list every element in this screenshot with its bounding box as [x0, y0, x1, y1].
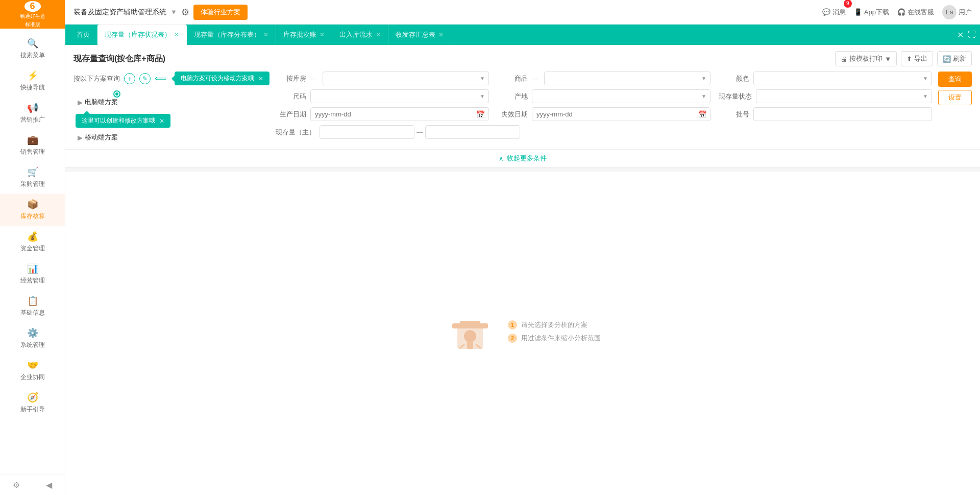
- tab-batch-account[interactable]: 库存批次账 ✕: [276, 25, 332, 45]
- export-label: 导出: [914, 54, 927, 63]
- sidebar-item-marketing[interactable]: 📢 营销推广: [0, 97, 65, 129]
- warehouse-select[interactable]: [323, 72, 489, 85]
- service-icon: 🎧: [897, 8, 905, 16]
- scheme-tooltip-close[interactable]: ✕: [258, 75, 263, 82]
- stock-status-select[interactable]: [756, 89, 932, 103]
- empty-illustration: [445, 308, 496, 359]
- sidebar-item-enterprise[interactable]: 🤝 企业协同: [0, 355, 65, 387]
- step2-text: 用过滤条件来缩小分析范围: [521, 334, 601, 343]
- prod-date-input[interactable]: [310, 107, 489, 121]
- sidebar-item-purchase[interactable]: 🛒 采购管理: [0, 161, 65, 194]
- tab-stock-status[interactable]: 现存量（库存状况表） ✕: [97, 25, 187, 45]
- filter-row-3: 生产日期 📅 失效日期 📅: [276, 107, 932, 121]
- batch-input[interactable]: [753, 107, 932, 121]
- export-button[interactable]: ⬆ 导出: [901, 51, 933, 66]
- industry-button[interactable]: 体验行业方案: [193, 5, 248, 20]
- tab-close-batch[interactable]: ✕: [320, 31, 325, 38]
- stock-status-label: 现存量状态: [719, 92, 752, 101]
- add-scheme-button[interactable]: +: [124, 73, 135, 84]
- expand-arrow-icon: ▶: [78, 99, 83, 106]
- sidebar-item-sales[interactable]: 💼 销售管理: [0, 129, 65, 161]
- stock-qty-to-input[interactable]: [425, 125, 520, 139]
- sidebar-item-search[interactable]: 🔍 搜索菜单: [0, 33, 65, 65]
- tab-close-summary[interactable]: ✕: [438, 31, 444, 38]
- header-settings-icon[interactable]: ⚙: [181, 7, 189, 18]
- sidebar-item-system[interactable]: ⚙️ 系统管理: [0, 322, 65, 355]
- create-tooltip-close[interactable]: ✕: [159, 117, 164, 125]
- color-filter: 颜色 ▼: [719, 72, 932, 85]
- system-dropdown-icon[interactable]: ▼: [170, 8, 177, 16]
- goods-dots[interactable]: ···: [532, 75, 540, 82]
- refresh-button[interactable]: 🔄 刷新: [937, 51, 972, 66]
- stock-qty-from-input[interactable]: [320, 125, 414, 139]
- settings-bottom-icon[interactable]: ⚙: [13, 480, 20, 490]
- origin-select[interactable]: [532, 89, 710, 103]
- step1-text: 请先选择要分析的方案: [521, 320, 587, 329]
- sidebar-item-basic-info[interactable]: 📋 基础信息: [0, 290, 65, 322]
- warehouse-dots[interactable]: ···: [310, 75, 318, 82]
- sales-icon: 💼: [27, 134, 38, 146]
- goods-select[interactable]: [544, 72, 710, 85]
- sidebar-item-label: 基础信息: [20, 309, 45, 317]
- sidebar-item-quicknav[interactable]: ⚡ 快捷导航: [0, 65, 65, 97]
- scheme-mobile-item[interactable]: ▶ 移动端方案: [74, 132, 270, 143]
- size-select[interactable]: [310, 89, 489, 103]
- tab-close-inout[interactable]: ✕: [376, 31, 381, 38]
- finance-icon: 💰: [27, 231, 38, 242]
- refresh-label: 刷新: [953, 54, 966, 63]
- back-arrow-icon[interactable]: ⟸: [155, 74, 166, 83]
- scheme-controls: 按以下方案查询 + ✎ ⟸ 电脑方案可设为移动方案哦 ✕: [74, 72, 270, 143]
- filter-top-row: 按以下方案查询 + ✎ ⟸ 电脑方案可设为移动方案哦 ✕: [74, 72, 270, 85]
- set-button[interactable]: 设置: [938, 90, 972, 105]
- search-button[interactable]: 查询: [938, 72, 972, 87]
- collapse-sidebar-icon[interactable]: ◀: [46, 480, 52, 490]
- tab-inout-flow[interactable]: 出入库流水 ✕: [332, 25, 388, 45]
- print-icon: 🖨: [841, 55, 847, 63]
- goods-filter: 商品 ··· ▼: [497, 72, 710, 85]
- expire-date-input[interactable]: [532, 107, 710, 121]
- app-download-item[interactable]: 📱 App下载: [854, 8, 889, 17]
- step2-circle: 2: [508, 334, 517, 343]
- message-item[interactable]: 💬 消息 9: [822, 8, 846, 17]
- tab-close-stock-dist[interactable]: ✕: [263, 31, 268, 38]
- mobile-expand-arrow-icon: ▶: [78, 134, 83, 142]
- svg-rect-2: [460, 321, 480, 326]
- color-select[interactable]: [753, 72, 932, 85]
- system-icon: ⚙️: [27, 327, 38, 339]
- export-icon: ⬆: [906, 55, 912, 63]
- scheme-pc-item[interactable]: ▶ 电脑端方案: [74, 97, 270, 108]
- purchase-icon: 🛒: [27, 167, 38, 178]
- tab-batch-account-label: 库存批次账: [283, 30, 316, 39]
- print-button[interactable]: 🖨 按模板打印 ▼: [835, 51, 897, 66]
- quicknav-icon: ⚡: [27, 70, 38, 81]
- sidebar-item-inventory[interactable]: 📦 库存核算: [0, 194, 65, 226]
- collapse-bar[interactable]: ∧ 收起更多条件: [65, 150, 980, 168]
- filter-fields-area: 按库房 ··· ▼ 商品 ··· ▼: [276, 72, 932, 139]
- collapse-up-icon: ∧: [499, 155, 504, 162]
- sidebar-item-operations[interactable]: 📊 经营管理: [0, 258, 65, 290]
- sidebar-item-newuser[interactable]: 🧭 新手引导: [0, 387, 65, 419]
- tab-fullscreen-icon[interactable]: ⛶: [968, 30, 976, 39]
- online-service-item[interactable]: 🎧 在线客服: [897, 8, 934, 17]
- basic-info-icon: 📋: [27, 295, 38, 307]
- tab-home[interactable]: 首页: [69, 25, 97, 45]
- tab-stock-dist-label: 现存量（库存分布表）: [194, 30, 260, 39]
- print-label: 按模板打印: [849, 54, 883, 63]
- warehouse-select-wrap: ▼: [323, 72, 489, 85]
- scheme-tooltip-area: 电脑方案可设为移动方案哦 ✕: [175, 72, 270, 85]
- tab-stock-dist[interactable]: 现存量（库存分布表） ✕: [187, 25, 276, 45]
- origin-select-wrap: ▼: [532, 89, 710, 103]
- create-tooltip-text: 这里可以创建和修改方案哦: [82, 116, 155, 125]
- stock-qty-filter: 现存量（主） —: [276, 125, 520, 139]
- edit-scheme-button[interactable]: ✎: [139, 73, 151, 84]
- tab-close-stock-status[interactable]: ✕: [174, 31, 179, 38]
- sidebar-item-finance[interactable]: 💰 资金管理: [0, 226, 65, 258]
- svg-rect-4: [467, 341, 473, 349]
- tab-close-all-icon[interactable]: ✕: [957, 30, 964, 40]
- tab-inout-flow-label: 出入库流水: [339, 30, 373, 39]
- tab-home-label: 首页: [77, 30, 90, 39]
- user-item[interactable]: Ea 用户: [942, 5, 972, 19]
- filter-row-1: 按库房 ··· ▼ 商品 ··· ▼: [276, 72, 932, 85]
- sidebar-nav: 🔍 搜索菜单 ⚡ 快捷导航 📢 营销推广 💼 销售管理 🛒 采购管理 📦 库存核…: [0, 29, 65, 475]
- tab-summary[interactable]: 收发存汇总表 ✕: [388, 25, 451, 45]
